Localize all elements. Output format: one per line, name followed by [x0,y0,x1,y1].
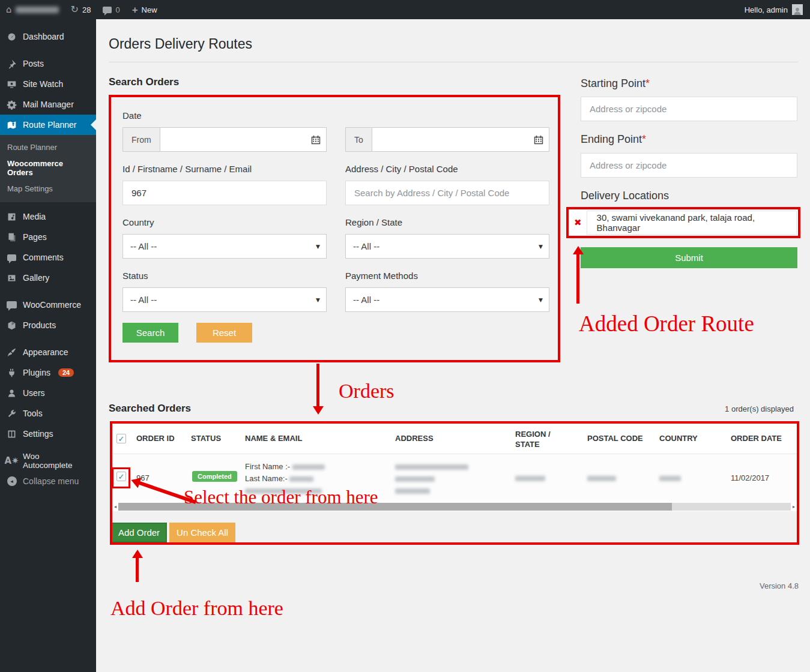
select-all-checkbox[interactable]: ✓ [116,434,126,443]
payment-label: Payment Methods [345,271,418,281]
sidebar-item-posts[interactable]: Posts [0,53,96,74]
table-row[interactable]: ✓ 967 Completed First Name :- Last Name:… [112,455,797,502]
cell-address-line2 [395,474,435,483]
id-search-input[interactable] [122,181,327,205]
sidebar-item-pages[interactable]: Pages [0,227,96,247]
sidebar-item-label: Products [23,320,56,330]
region-select[interactable]: -- All -- ▼ [345,234,549,259]
scrollbar-thumb[interactable] [118,503,672,511]
sidebar-item-label: Collapse menu [23,476,79,486]
sidebar-item-label: Users [23,388,45,398]
sidebar-item-settings[interactable]: Settings [0,424,96,444]
sidebar-item-label: Site Watch [23,79,63,89]
search-button[interactable]: Search [122,323,178,343]
collapse-icon: ◂ [6,476,17,487]
sidebar-item-label: Tools [23,409,43,418]
submenu-item-woocommerce-orders[interactable]: Woocommerce Orders [0,155,96,181]
scroll-right-arrow[interactable]: ▸ [791,504,797,509]
cube-icon [6,320,17,331]
pages-icon [6,232,17,243]
cell-first-name: First Name :- [245,462,325,471]
payment-selected-value: -- All -- [353,295,379,305]
monitor-icon [6,79,17,90]
sidebar-item-label: Pages [23,232,47,242]
sidebar-item-dashboard[interactable]: Dashboard [0,26,96,47]
status-select[interactable]: -- All -- ▼ [122,287,327,312]
plus-icon: + [132,5,138,15]
sidebar-item-users[interactable]: Users [0,383,96,403]
woocommerce-icon [6,299,17,311]
redacted-text [395,488,430,494]
comments-count: 0 [115,5,119,14]
submenu-item-map-settings[interactable]: Map Settings [0,181,96,197]
sidebar-item-products[interactable]: Products [0,315,96,335]
sidebar-item-appearance[interactable]: Appearance [0,342,96,362]
starting-point-input[interactable] [581,97,797,121]
sidebar-item-comments[interactable]: Comments [0,247,96,268]
account-menu[interactable]: Hello, admin [737,4,810,15]
address-search-input[interactable] [345,181,549,205]
redacted-text [587,476,616,481]
sidebar-item-tools[interactable]: Tools [0,403,96,424]
sidebar-item-plugins[interactable]: Plugins 24 [0,362,96,383]
admin-sidebar: Dashboard Posts Site Watch Mail Manager … [0,19,96,672]
calendar-icon [311,135,321,145]
gear-icon [6,99,17,110]
delivery-locations-heading: Delivery Locations [581,190,669,202]
site-home-link[interactable]: ⌂ [0,0,65,19]
chevron-down-icon: ▼ [316,297,320,303]
date-from-input[interactable] [160,127,327,152]
updates-count: 28 [82,5,91,14]
site-name-redacted [16,7,59,13]
remove-location-icon[interactable]: ✖ [569,217,587,228]
chevron-down-icon: ▼ [539,244,543,250]
status-label: Status [122,271,148,281]
comments-icon [103,7,112,13]
redacted-text [515,476,545,481]
id-search-label: Id / Firstname / Surname / Email [122,164,252,174]
sidebar-item-collapse-menu[interactable]: ◂ Collapse menu [0,471,96,491]
uncheck-all-button[interactable]: Un Check All [169,523,235,542]
updates-icon: ↻ [71,5,79,14]
updates-link[interactable]: ↻ 28 [65,0,97,19]
reset-button[interactable]: Reset [196,323,252,343]
col-name-email: NAME & EMAIL [245,434,302,443]
sidebar-item-media[interactable]: Media [0,206,96,227]
submit-button[interactable]: Submit [581,247,797,268]
sidebar-item-route-planner[interactable]: Route Planner [0,115,96,135]
submenu-item-route-planner[interactable]: Route Planner [0,139,96,155]
sidebar-item-label: Gallery [23,273,49,283]
payment-select[interactable]: -- All -- ▼ [345,287,549,312]
redacted-text [395,476,435,482]
cell-address-line3 [395,486,430,495]
date-from-group: From [122,127,327,152]
sidebar-item-woo-autocomplete[interactable]: A✷ Woo Autocomplete [0,451,96,471]
new-content-link[interactable]: + New [126,0,163,19]
plugin-icon [6,367,17,379]
col-order-id: ORDER ID [136,434,175,443]
chevron-down-icon: ▼ [316,244,320,250]
ending-point-input[interactable] [581,153,797,178]
orders-count-text: 1 order(s) displayed [725,404,794,413]
horizontal-scrollbar: ◂ ▸ [112,502,797,511]
scrollbar-track[interactable] [118,503,791,511]
dashboard-icon [6,31,17,43]
scroll-left-arrow[interactable]: ◂ [112,504,118,509]
comments-link[interactable]: 0 [97,0,125,19]
col-region-state: REGION / STATE [515,429,561,449]
country-select[interactable]: -- All -- ▼ [122,234,327,259]
date-to-input[interactable] [372,127,549,152]
order-row-checkbox[interactable]: ✓ [116,472,126,481]
comment-bubble-icon [6,252,17,263]
sidebar-item-woocommerce[interactable]: WooCommerce [0,295,96,315]
media-icon [6,211,17,223]
add-order-button[interactable]: Add Order [111,523,167,542]
sidebar-item-label: WooCommerce [23,300,81,310]
date-to-group: To [345,127,549,152]
sidebar-item-site-watch[interactable]: Site Watch [0,74,96,94]
admin-bar: ⌂ ↻ 28 0 + New Hello, admin [0,0,810,19]
sidebar-item-mail-manager[interactable]: Mail Manager [0,94,96,115]
table-header-row: ✓ ORDER ID STATUS NAME & EMAIL ADDRESS R… [112,424,797,454]
address-search-label: Address / City / Postal Code [345,164,458,174]
sidebar-item-gallery[interactable]: Gallery [0,268,96,288]
